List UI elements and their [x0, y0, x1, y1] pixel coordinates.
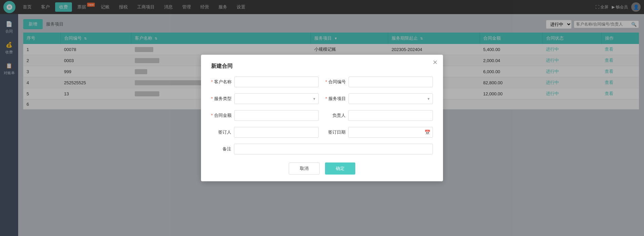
- input-sign-date[interactable]: 2023-06-06: [348, 127, 433, 138]
- label-signer: 签订人: [211, 129, 231, 135]
- field-service-type: 服务类型: [211, 93, 319, 104]
- field-service-item: 服务项目: [325, 93, 433, 104]
- form-row-2: 服务类型 服务项目: [211, 93, 433, 104]
- input-note[interactable]: [234, 144, 433, 154]
- input-signer[interactable]: [234, 127, 319, 138]
- field-responsible: 负责人: [325, 110, 433, 121]
- input-customer-name[interactable]: [234, 77, 319, 87]
- input-contract-no[interactable]: [349, 77, 433, 87]
- label-service-item: 服务项目: [325, 96, 346, 102]
- select-service-item[interactable]: [349, 93, 433, 104]
- label-note: 备注: [211, 146, 231, 152]
- input-amount[interactable]: 0.00: [234, 110, 319, 121]
- field-amount: 合同金额 0.00: [211, 110, 319, 121]
- form-row-1: 客户名称 合同编号: [211, 77, 433, 87]
- label-responsible: 负责人: [325, 112, 346, 119]
- form-row-3: 合同金额 0.00 负责人: [211, 110, 433, 121]
- calendar-icon[interactable]: 📅: [425, 130, 430, 135]
- modal-footer: 取消 确定: [211, 162, 433, 175]
- field-note: 备注: [211, 144, 433, 154]
- input-responsible[interactable]: [348, 110, 433, 121]
- cancel-button[interactable]: 取消: [289, 162, 320, 175]
- field-sign-date: 签订日期 2023-06-06 📅: [325, 127, 433, 138]
- modal-title: 新建合同: [211, 63, 433, 70]
- label-contract-no: 合同编号: [325, 79, 346, 85]
- field-customer-name: 客户名称: [211, 77, 319, 87]
- label-service-type: 服务类型: [211, 96, 232, 102]
- modal-overlay: ✕ 新建合同 客户名称 合同编号 服务类型: [0, 0, 644, 236]
- label-amount: 合同金额: [211, 112, 232, 119]
- field-signer: 签订人: [211, 127, 319, 138]
- new-contract-modal: ✕ 新建合同 客户名称 合同编号 服务类型: [201, 55, 443, 181]
- select-service-type[interactable]: [234, 93, 319, 104]
- confirm-button[interactable]: 确定: [325, 162, 355, 175]
- label-customer-name: 客户名称: [211, 79, 232, 85]
- label-sign-date: 签订日期: [325, 129, 346, 135]
- field-contract-no: 合同编号: [325, 77, 433, 87]
- modal-close-button[interactable]: ✕: [433, 59, 438, 65]
- form-row-5: 备注: [211, 144, 433, 154]
- form-row-4: 签订人 签订日期 2023-06-06 📅: [211, 127, 433, 138]
